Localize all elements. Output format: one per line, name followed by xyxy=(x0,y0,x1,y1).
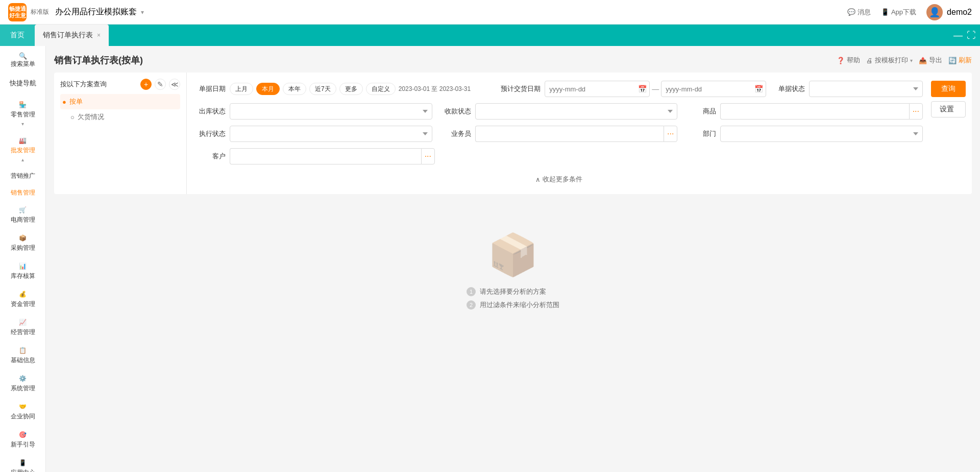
collapse-row[interactable]: ∧ 收起更多条件 xyxy=(195,171,923,186)
sidebar-item-app-center[interactable]: 📱 应用中心 xyxy=(0,454,45,472)
hint-text-1: 请先选择要分析的方案 xyxy=(480,287,546,296)
add-scheme-button[interactable]: + xyxy=(140,79,152,90)
sidebar-item-corp[interactable]: 🤝 企业协同 xyxy=(0,398,45,426)
date-tag-this-year[interactable]: 本年 xyxy=(283,83,306,95)
salesperson-field: 业务员 ··· xyxy=(440,126,678,142)
sidebar-item-newbie-label: 新手引导 xyxy=(11,440,35,449)
payment-status-select[interactable] xyxy=(475,103,678,120)
tab-bar-actions: — ⛶ xyxy=(953,31,980,40)
message-button[interactable]: 💬 消息 xyxy=(847,8,871,17)
department-select[interactable] xyxy=(720,126,923,142)
message-icon: 💬 xyxy=(847,8,855,16)
sidebar-item-system-label: 系统管理 xyxy=(11,384,35,393)
date-tag-last-month[interactable]: 上月 xyxy=(230,83,253,95)
plus-icon: + xyxy=(144,80,148,88)
retail-arrow-icon: ▾ xyxy=(21,121,24,127)
refresh-icon: 🔄 xyxy=(948,57,957,64)
logo-subtitle: 标准版 xyxy=(31,8,49,15)
collapse-panel-button[interactable]: ≪ xyxy=(169,79,180,90)
export-label: 导出 xyxy=(929,56,942,65)
wholesale-icon: 🏭 xyxy=(19,137,27,144)
sidebar-sub-marketing[interactable]: 营销推广 xyxy=(0,168,45,184)
scheme-item-arrears[interactable]: ○ 欠货情况 xyxy=(60,109,180,125)
delivery-status-select[interactable] xyxy=(230,103,432,120)
sidebar-sub-sales[interactable]: 销售管理 xyxy=(0,184,45,201)
goods-input[interactable] xyxy=(720,103,909,120)
user-area[interactable]: 👤 demo2 xyxy=(926,4,972,20)
help-icon: ❓ xyxy=(837,57,845,64)
sidebar-item-system[interactable]: ⚙️ 系统管理 xyxy=(0,370,45,398)
scheme-label: 按以下方案查询 xyxy=(60,80,107,89)
tab-minimize-button[interactable]: — xyxy=(953,31,963,40)
filter-left-panel: 按以下方案查询 + ✎ ≪ xyxy=(54,73,187,194)
date-tags: 上月 本月 本年 近7天 更多 自定义 2023-03-01 至 2023-03… xyxy=(230,83,471,95)
refresh-button[interactable]: 🔄 刷新 xyxy=(948,56,972,65)
sidebar-item-basic[interactable]: 📋 基础信息 xyxy=(0,342,45,370)
date-start-input[interactable] xyxy=(545,81,650,97)
doc-status-select[interactable] xyxy=(809,81,923,97)
tab-active[interactable]: 销售订单执行表 × xyxy=(35,25,109,46)
corp-icon: 🤝 xyxy=(19,403,27,410)
date-separator: — xyxy=(652,85,659,93)
sidebar-item-operations[interactable]: 📈 经营管理 xyxy=(0,314,45,342)
date-tag-custom[interactable]: 自定义 xyxy=(366,83,396,95)
sidebar-item-ecommerce-label: 电商管理 xyxy=(11,216,35,224)
collapse-up-icon: ∧ xyxy=(535,176,541,183)
sidebar-item-wholesale-label: 批发管理 xyxy=(11,146,35,155)
delivery-status-field: 出库状态 xyxy=(195,103,432,120)
edit-scheme-button[interactable]: ✎ xyxy=(155,79,166,90)
sidebar-search[interactable]: 🔍 搜索菜单 xyxy=(0,46,45,73)
hint-num-2: 2 xyxy=(467,300,476,310)
empty-icon: 📦 xyxy=(487,231,538,279)
template-print-button[interactable]: 🖨 按模板打印 ▾ xyxy=(866,56,913,65)
top-bar-left: 畅捷通好生意 标准版 办公用品行业模拟账套 ▾ xyxy=(8,3,144,21)
refresh-label: 刷新 xyxy=(959,56,972,65)
export-icon: 📤 xyxy=(919,57,927,64)
goods-field: 商品 ··· xyxy=(685,103,923,120)
doc-status-label: 单据状态 xyxy=(774,84,805,93)
template-print-label: 按模板打印 xyxy=(875,56,908,65)
exec-status-select[interactable] xyxy=(230,126,432,142)
help-button[interactable]: ❓ 帮助 xyxy=(837,56,860,65)
sidebar-item-wholesale[interactable]: 🏭 批发管理 ▴ xyxy=(0,132,45,168)
salesperson-ellipsis-button[interactable]: ··· xyxy=(664,126,677,142)
tab-home[interactable]: 首页 xyxy=(0,25,35,46)
goods-ellipsis-button[interactable]: ··· xyxy=(909,103,923,120)
date-range-text: 2023-03-01 至 2023-03-31 xyxy=(399,85,471,93)
export-button[interactable]: 📤 导出 xyxy=(919,56,942,65)
payment-status-field: 收款状态 xyxy=(440,103,678,120)
app-center-icon: 📱 xyxy=(19,459,27,466)
customer-input[interactable] xyxy=(230,148,421,164)
sidebar-item-purchase[interactable]: 📦 采购管理 xyxy=(0,229,45,257)
date-end-input[interactable] xyxy=(661,81,766,97)
settings-button[interactable]: 设置 xyxy=(931,101,966,117)
tab-active-label: 销售订单执行表 xyxy=(43,31,93,40)
salesperson-input[interactable] xyxy=(475,126,664,142)
scheme-item-by-order[interactable]: ● 按单 xyxy=(60,94,180,109)
logo: 畅捷通好生意 标准版 xyxy=(8,3,49,21)
date-tag-this-month[interactable]: 本月 xyxy=(256,83,280,95)
tab-maximize-button[interactable]: ⛶ xyxy=(967,31,976,40)
tab-home-label: 首页 xyxy=(10,31,24,40)
sidebar-item-ecommerce[interactable]: 🛒 电商管理 xyxy=(0,201,45,229)
app-download-label: App下载 xyxy=(891,8,916,17)
system-icon: ⚙️ xyxy=(19,375,27,382)
sidebar-item-finance-label: 资金管理 xyxy=(11,300,35,309)
sidebar-item-newbie[interactable]: 🎯 新手引导 xyxy=(0,426,45,454)
sidebar-item-inventory[interactable]: 📊 库存核算 xyxy=(0,257,45,286)
sidebar-item-finance[interactable]: 💰 资金管理 xyxy=(0,286,45,314)
tab-close-icon[interactable]: × xyxy=(97,32,101,39)
doc-status-wrap xyxy=(809,81,923,97)
breadcrumb[interactable]: 办公用品行业模拟账套 ▾ xyxy=(55,7,144,17)
date-tag-more[interactable]: 更多 xyxy=(339,83,363,95)
sidebar-item-retail[interactable]: 🏪 零售管理 ▾ xyxy=(0,96,45,132)
customer-ellipsis-button[interactable]: ··· xyxy=(421,148,435,164)
sidebar-quick-nav[interactable]: 快捷导航 xyxy=(0,77,45,92)
date-tag-7days[interactable]: 近7天 xyxy=(309,83,336,95)
query-button[interactable]: 查询 xyxy=(931,81,966,97)
hint-num-1: 1 xyxy=(467,287,476,296)
basic-icon: 📋 xyxy=(19,347,27,354)
app-download-button[interactable]: 📱 App下载 xyxy=(881,8,916,17)
doc-status-field: 单据状态 xyxy=(774,81,923,97)
sidebar-item-inventory-label: 库存核算 xyxy=(11,272,35,280)
